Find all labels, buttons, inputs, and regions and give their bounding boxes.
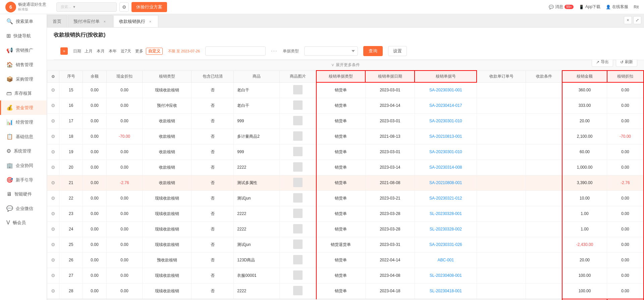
sidebar-item-marketing[interactable]: 📢营销推广	[0, 43, 47, 57]
sidebar-label-system: 系统管理	[14, 148, 31, 154]
marketing-icon: 📢	[6, 47, 13, 53]
user-profile[interactable]: Rit	[634, 5, 639, 9]
cancel-no-cell[interactable]: SL-20230408-001	[415, 268, 477, 283]
sidebar-item-business[interactable]: 📊经营管理	[0, 115, 47, 129]
sidebar-item-guide[interactable]: 🎯新手引导	[0, 173, 47, 187]
query-button[interactable]: 查询	[363, 46, 383, 56]
product-cell: 测试jun	[234, 190, 280, 206]
sidebar-item-wechat[interactable]: 💬企业微信	[0, 201, 47, 216]
row-settings-icon[interactable]: ⚙	[51, 242, 55, 247]
date-7days[interactable]: 近7天	[119, 48, 132, 55]
receipt-order-no-cell	[477, 221, 526, 237]
tab-bar: 首页 预付冲应付单 × 收款核销执行 × × ⤢	[47, 14, 644, 28]
date-more[interactable]: 更多	[134, 48, 145, 55]
cancel-date-cell: 2021-08-08	[365, 175, 415, 190]
cancel-type-cell: 收款核销	[143, 160, 191, 175]
top-search-box[interactable]: 搜索... ▼	[56, 2, 117, 12]
date-this-year[interactable]: 本年	[107, 48, 118, 55]
row-settings-icon[interactable]: ⚙	[51, 211, 55, 216]
row-settings-icon[interactable]: ⚙	[51, 87, 55, 93]
tab-home[interactable]: 首页	[47, 15, 67, 27]
seq-cell: 26	[59, 252, 83, 268]
product-cell: 多计量商品2	[234, 129, 280, 144]
expand-bar[interactable]: ∨ 展开更多条件	[47, 60, 644, 70]
table-row: ⚙ 22 0.00 0.00 现续收款核销 否 测试jun 销货单 2023-0…	[47, 190, 644, 206]
cancel-no-cell[interactable]: SA-20230301-001	[415, 82, 477, 98]
cancel-date-cell: 2021-08-13	[365, 129, 415, 144]
row-settings-icon[interactable]: ⚙	[51, 180, 55, 185]
th-product: 商品	[234, 71, 280, 82]
table-container: ⚙ 序号 余额 现金折扣 核销类型 包含已结清 商品 商品图片 核销单据类型 核…	[47, 70, 644, 300]
row-settings-icon[interactable]: ⚙	[51, 226, 55, 232]
row-settings-icon[interactable]: ⚙	[51, 196, 55, 201]
sidebar-item-inventory[interactable]: 🗃库存核算	[0, 86, 47, 100]
sidebar-item-hardware[interactable]: 🖥智能硬件	[0, 187, 47, 201]
row-settings-icon[interactable]: ⚙	[51, 165, 55, 170]
balance-cell: 0.00	[83, 144, 106, 160]
row-settings-icon[interactable]: ⚙	[51, 103, 55, 108]
row-settings-icon[interactable]: ⚙	[51, 118, 55, 124]
filter-toggle-button[interactable]: »	[60, 47, 68, 55]
cash-discount-cell: -70.00	[106, 129, 143, 144]
message-button[interactable]: 💬 消息 99+	[549, 4, 574, 10]
partner-more-icon[interactable]: ···	[271, 48, 277, 54]
row-settings-icon[interactable]: ⚙	[51, 149, 55, 155]
settled-cell: 否	[191, 82, 234, 98]
sidebar-label-business: 经营管理	[16, 119, 33, 125]
voucher-type-select[interactable]	[304, 46, 358, 56]
sidebar-item-finance[interactable]: 💰资金管理	[0, 100, 47, 115]
sidebar-item-basics[interactable]: 📋基础信息	[0, 129, 47, 144]
cash-discount-cell: 0.00	[106, 113, 143, 129]
cancel-no-cell[interactable]: SA-20230301-010	[415, 113, 477, 129]
cancel-no-cell[interactable]: SA-20230301-010	[415, 144, 477, 160]
row-settings-icon[interactable]: ⚙	[51, 134, 55, 139]
cancel-type-cell: 现续收款核销	[143, 82, 191, 98]
product-img-cell	[280, 98, 316, 113]
cancel-no-cell[interactable]: SA-20210813-001	[415, 129, 477, 144]
sidebar-item-purchase[interactable]: 📦采购管理	[0, 72, 47, 86]
cancel-date-cell: 2023-03-14	[365, 160, 415, 175]
cancel-no-cell[interactable]: SA-20210808-001	[415, 175, 477, 190]
message-icon: 💬	[549, 5, 554, 9]
sidebar-item-member[interactable]: V畅会员	[0, 216, 47, 230]
sidebar-item-corp[interactable]: 🏢企业协同	[0, 158, 47, 173]
sidebar-item-sales[interactable]: 🏠销售管理	[0, 57, 47, 72]
balance-cell: 0.00	[83, 206, 106, 221]
cancel-no-cell[interactable]: SL-20230328-002	[415, 221, 477, 237]
sidebar-item-shortcuts[interactable]: ⊞快捷导航	[0, 29, 47, 43]
cancel-no-cell[interactable]: SL-20230418-001	[415, 283, 477, 299]
date-this-month[interactable]: 本月	[95, 48, 106, 55]
logo-text: 畅捷通谊好生意	[18, 2, 46, 7]
cancel-no-cell[interactable]: SA-20230414-017	[415, 98, 477, 113]
row-settings-icon[interactable]: ⚙	[51, 257, 55, 263]
row-settings-icon[interactable]: ⚙	[51, 273, 55, 278]
tab-receipt-close[interactable]: ×	[148, 19, 153, 24]
table-row: ⚙ 27 0.00 0.00 现续收款核销 否 衣服00001 销货单 2023…	[47, 268, 644, 283]
balance-cell: 0.00	[83, 237, 106, 252]
cancel-discount-cell: 0.00	[607, 160, 644, 175]
cancel-no-cell[interactable]: SA-20230321-012	[415, 190, 477, 206]
cancel-no-cell[interactable]: SA-20230331-026	[415, 237, 477, 252]
online-service-button[interactable]: 👤 在线客服	[606, 4, 628, 10]
sidebar-item-system[interactable]: ⚙系统管理	[0, 144, 47, 158]
row-settings-icon[interactable]: ⚙	[51, 288, 55, 294]
tab-close-action[interactable]: ×	[624, 16, 632, 24]
sidebar-item-search[interactable]: 🔍搜索菜单	[0, 14, 47, 29]
cancel-no-cell[interactable]: ABC-001	[415, 252, 477, 268]
cancel-no-cell[interactable]: SA-20230314-008	[415, 160, 477, 175]
date-last-month[interactable]: 上月	[83, 48, 94, 55]
gear-button[interactable]: ⚙	[119, 2, 129, 12]
tab-expand-action[interactable]: ⤢	[633, 16, 641, 24]
filter-settings-button[interactable]: 设置	[388, 46, 407, 56]
app-download-button[interactable]: 📱 App下载	[579, 4, 600, 10]
tab-receipt[interactable]: 收款核销执行 ×	[113, 15, 158, 27]
date-custom[interactable]: 自定义	[146, 48, 163, 55]
tab-prepay-close[interactable]: ×	[102, 19, 107, 24]
tab-prepay[interactable]: 预付冲应付单 ×	[68, 15, 113, 27]
receipt-condition-cell	[526, 283, 562, 299]
cancel-voucher-type-cell: 销货单	[316, 175, 366, 190]
industry-button[interactable]: 休验行业方案	[131, 2, 167, 12]
cancel-no-cell[interactable]: SL-20230328-001	[415, 206, 477, 221]
partner-input[interactable]	[205, 46, 266, 56]
cancel-discount-cell: 0.00	[607, 283, 644, 299]
